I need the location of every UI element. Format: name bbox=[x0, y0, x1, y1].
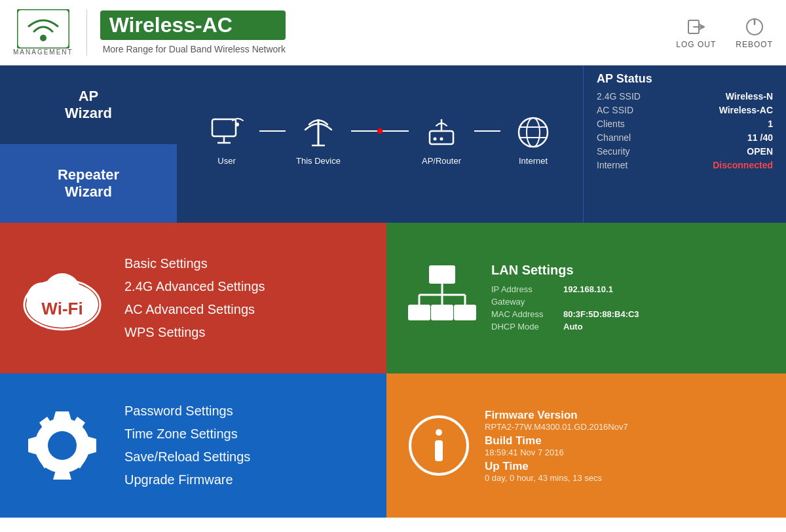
svg-point-36 bbox=[48, 431, 77, 460]
lan-label-gw: Gateway bbox=[491, 297, 557, 307]
svg-rect-0 bbox=[17, 9, 69, 48]
lan-row-dhcp: DHCP Mode Auto bbox=[491, 322, 639, 332]
svg-point-14 bbox=[434, 137, 437, 140]
wifi-menu-wps[interactable]: WPS Settings bbox=[124, 325, 265, 340]
svg-rect-34 bbox=[454, 305, 476, 320]
svg-point-16 bbox=[519, 118, 548, 147]
svg-point-15 bbox=[440, 137, 443, 140]
status-row-internet: Internet Disconnected bbox=[597, 160, 773, 170]
repeater-wizard-label: RepeaterWizard bbox=[58, 166, 119, 200]
info-icon bbox=[406, 413, 472, 478]
svg-text:Wi-Fi: Wi-Fi bbox=[41, 299, 83, 318]
lan-row-gw: Gateway bbox=[491, 297, 639, 307]
status-label-ssidac: AC SSID bbox=[597, 105, 633, 115]
diagram-this-device: This Device bbox=[286, 113, 351, 166]
wifi-menu-ac[interactable]: AC Advanced Settings bbox=[124, 302, 265, 317]
reboot-button[interactable]: REBOOT bbox=[736, 16, 773, 49]
wifi-logo-icon bbox=[17, 9, 69, 48]
status-row-security: Security OPEN bbox=[597, 146, 773, 157]
reboot-label: REBOOT bbox=[736, 40, 773, 49]
wifi-settings-tile: Wi-Fi Basic Settings 2.4G Advanced Setti… bbox=[0, 223, 386, 373]
lan-value-dhcp: Auto bbox=[563, 322, 583, 332]
logout-label: LOG OUT bbox=[676, 40, 716, 49]
lan-title: LAN Settings bbox=[491, 263, 639, 278]
middle-section: Wi-Fi Basic Settings 2.4G Advanced Setti… bbox=[0, 223, 786, 373]
this-device-label: This Device bbox=[296, 156, 341, 166]
gear-icon-big bbox=[20, 403, 105, 488]
lan-row-mac: MAC Address 80:3F:5D:88:B4:C3 bbox=[491, 309, 639, 319]
wifi-menu: Basic Settings 2.4G Advanced Settings AC… bbox=[124, 256, 265, 340]
main-content[interactable]: APWizard RepeaterWizard U bbox=[0, 66, 786, 532]
fw-build-value: 18:59:41 Nov 7 2016 bbox=[485, 447, 628, 457]
lan-row-ip: IP Address 192.168.10.1 bbox=[491, 284, 639, 294]
ap-router-label: AP/Router bbox=[422, 156, 461, 166]
fw-uptime-value: 0 day, 0 hour, 43 mins, 13 secs bbox=[485, 473, 628, 483]
diagram-user: User bbox=[194, 113, 259, 166]
this-device-icon bbox=[299, 113, 338, 152]
header: MANAGEMENT Wireless-AC More Range for Du… bbox=[0, 0, 786, 66]
svg-rect-32 bbox=[408, 305, 430, 320]
ap-wizard-button[interactable]: APWizard bbox=[0, 66, 177, 144]
svg-point-1 bbox=[40, 35, 47, 41]
reboot-icon bbox=[744, 16, 765, 37]
logout-button[interactable]: LOG OUT bbox=[676, 16, 716, 49]
brand-title: Wireless-AC bbox=[100, 10, 286, 40]
fw-build-title: Build Time bbox=[485, 434, 628, 447]
ap-status-title: AP Status bbox=[597, 72, 773, 86]
system-menu: Password Settings Time Zone Settings Sav… bbox=[124, 404, 250, 487]
bottom-section: Password Settings Time Zone Settings Sav… bbox=[0, 373, 786, 518]
internet-label: Internet bbox=[519, 156, 548, 166]
status-label-internet: Internet bbox=[597, 160, 627, 170]
ap-status-panel: AP Status 2.4G SSID Wireless-N AC SSID W… bbox=[583, 66, 786, 223]
svg-point-38 bbox=[436, 429, 442, 436]
diagram-internet: Internet bbox=[500, 113, 566, 166]
lan-value-ip: 192.168.10.1 bbox=[563, 284, 613, 294]
status-value-security: OPEN bbox=[747, 146, 773, 157]
status-value-internet: Disconnected bbox=[713, 160, 773, 170]
lan-settings-tile: LAN Settings IP Address 192.168.10.1 Gat… bbox=[386, 223, 786, 373]
wifi-menu-24g[interactable]: 2.4G Advanced Settings bbox=[124, 279, 265, 294]
ap-wizard-label: APWizard bbox=[65, 88, 112, 122]
svg-rect-39 bbox=[435, 440, 443, 461]
connector-2 bbox=[351, 128, 409, 134]
nav-left: APWizard RepeaterWizard bbox=[0, 66, 177, 223]
status-value-channel: 11 /40 bbox=[747, 132, 773, 143]
ap-router-icon bbox=[422, 113, 461, 152]
svg-rect-6 bbox=[212, 119, 236, 136]
system-menu-password[interactable]: Password Settings bbox=[124, 404, 250, 419]
lan-info: LAN Settings IP Address 192.168.10.1 Gat… bbox=[491, 263, 639, 334]
status-label-channel: Channel bbox=[597, 132, 631, 143]
status-row-channel: Channel 11 /40 bbox=[597, 132, 773, 143]
repeater-wizard-button[interactable]: RepeaterWizard bbox=[0, 144, 177, 223]
fw-uptime-title: Up Time bbox=[485, 460, 628, 473]
fw-version-value: RPTA2-77W.M4300.01.GD.2016Nov7 bbox=[485, 422, 628, 432]
status-label-clients: Clients bbox=[597, 119, 625, 129]
brand-subtitle: More Range for Dual Band Wireless Networ… bbox=[103, 44, 286, 54]
lan-label-ip: IP Address bbox=[491, 284, 557, 294]
user-label: User bbox=[217, 156, 235, 166]
top-section: APWizard RepeaterWizard U bbox=[0, 66, 786, 223]
connector-1 bbox=[259, 130, 286, 132]
status-value-ssidac: Wireless-AC bbox=[719, 105, 773, 115]
firmware-info: Firmware Version RPTA2-77W.M4300.01.GD.2… bbox=[485, 406, 628, 485]
svg-point-9 bbox=[235, 123, 239, 126]
internet-icon bbox=[514, 113, 553, 152]
lan-value-mac: 80:3F:5D:88:B4:C3 bbox=[563, 309, 639, 319]
diagram-ap-router: AP/Router bbox=[409, 113, 474, 166]
connector-3 bbox=[474, 130, 500, 132]
system-menu-firmware[interactable]: Upgrade Firmware bbox=[124, 472, 250, 487]
logo-management-text: MANAGEMENT bbox=[13, 48, 73, 56]
status-value-ssid24: Wireless-N bbox=[726, 91, 773, 102]
status-row-ssidac: AC SSID Wireless-AC bbox=[597, 105, 773, 115]
wifi-logo-big-icon: Wi-Fi bbox=[20, 256, 105, 341]
status-row-ssid24: 2.4G SSID Wireless-N bbox=[597, 91, 773, 102]
brand-area: Wireless-AC More Range for Dual Band Wir… bbox=[100, 10, 286, 54]
logout-icon bbox=[686, 16, 707, 37]
lan-label-dhcp: DHCP Mode bbox=[491, 322, 557, 332]
lan-icon bbox=[406, 262, 478, 334]
status-label-ssid24: 2.4G SSID bbox=[597, 91, 641, 102]
wifi-menu-basic[interactable]: Basic Settings bbox=[124, 256, 265, 271]
system-menu-save[interactable]: Save/Reload Settings bbox=[124, 449, 250, 465]
system-menu-timezone[interactable]: Time Zone Settings bbox=[124, 427, 250, 442]
svg-point-17 bbox=[527, 118, 540, 147]
